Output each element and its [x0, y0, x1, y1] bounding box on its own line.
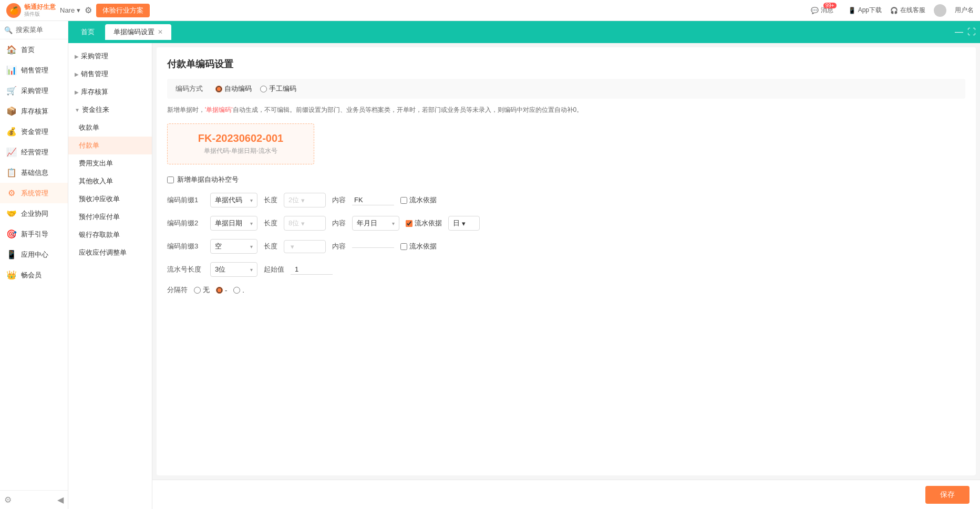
sidebar-item-label: 资金管理: [21, 127, 48, 137]
serial-length-select[interactable]: 3位 ▾: [210, 262, 257, 277]
sub-item-payment[interactable]: 付款单: [68, 137, 152, 154]
prefix1-arrow-icon: ▾: [250, 198, 253, 203]
sales-icon: 📊: [6, 65, 17, 75]
prefix1-serial-checkbox[interactable]: 流水依据: [400, 195, 437, 205]
tab-bar-controls: — ⛶: [955, 27, 976, 37]
tab-close-icon[interactable]: ✕: [158, 28, 163, 36]
sidebar-item-basic-info[interactable]: 📋 基础信息: [0, 162, 68, 183]
tab-home[interactable]: 首页: [73, 24, 103, 40]
separator-dash-option[interactable]: -: [216, 286, 227, 294]
group-finance[interactable]: ▼ 资金往来: [68, 101, 152, 119]
prefix1-row: 编码前缀1 单据代码 ▾ 长度 2位 ▾ 内容 FK: [167, 193, 965, 207]
group-purchase[interactable]: ▶ 采购管理: [68, 47, 152, 65]
app-download-button[interactable]: 📱 App下载: [848, 6, 882, 15]
separator-none-radio[interactable]: [194, 287, 201, 294]
collapse-icon[interactable]: ◀: [57, 495, 64, 505]
prefix3-serial-checkbox[interactable]: 流水依据: [400, 242, 437, 251]
sidebar-item-apps[interactable]: 📱 应用中心: [0, 244, 68, 265]
avatar[interactable]: [934, 4, 946, 17]
brand-icon: 🍊: [6, 3, 21, 18]
group-sales[interactable]: ▶ 销售管理: [68, 65, 152, 83]
maximize-icon[interactable]: ⛶: [967, 27, 976, 37]
headset-icon: 🎧: [890, 7, 898, 14]
auto-encode-option[interactable]: 自动编码: [215, 84, 252, 94]
sub-item-receipt-label: 收款单: [79, 123, 99, 131]
sub-item-adjust[interactable]: 应收应付调整单: [68, 244, 152, 262]
sidebar-item-label: 新手引导: [21, 230, 48, 239]
sub-item-expense[interactable]: 费用支出单: [68, 154, 152, 172]
sidebar-item-finance[interactable]: 💰 资金管理: [0, 121, 68, 142]
manual-encode-radio[interactable]: [260, 86, 267, 92]
manual-encode-label: 手工编码: [269, 84, 296, 94]
prefix2-serial-checkbox[interactable]: 流水依据: [406, 219, 442, 228]
sidebar-item-enterprise[interactable]: 🤝 企业协同: [0, 203, 68, 224]
username: 用户名: [955, 6, 974, 15]
manual-encode-option[interactable]: 手工编码: [260, 84, 296, 94]
prefix1-length-select[interactable]: 2位 ▾: [284, 193, 326, 207]
sidebar-item-sales[interactable]: 📊 销售管理: [0, 60, 68, 80]
prefix3-serial-label: 流水依据: [409, 242, 437, 251]
arrow-right-icon: ▶: [75, 54, 79, 59]
prefix2-label: 编码前缀2: [167, 219, 204, 228]
prefix1-serial-input[interactable]: [400, 197, 407, 204]
sidebar-item-member[interactable]: 👑 畅会员: [0, 265, 68, 285]
sub-item-prepay-rec[interactable]: 预收冲应收单: [68, 190, 152, 208]
save-button[interactable]: 保存: [925, 486, 969, 504]
prefix2-length-select[interactable]: 8位 ▾: [284, 216, 326, 231]
system-icon: ⚙: [6, 188, 17, 198]
prefix1-length-arrow-icon: ▾: [301, 196, 305, 204]
prefix3-serial-input[interactable]: [400, 243, 407, 250]
sidebar-item-operations[interactable]: 📈 经营管理: [0, 142, 68, 162]
prefix2-select[interactable]: 单据日期 ▾: [210, 216, 257, 231]
home-icon: 🏠: [6, 45, 17, 55]
sub-item-prepay-pay[interactable]: 预付冲应付单: [68, 208, 152, 226]
separator-none-option[interactable]: 无: [194, 285, 210, 295]
separator-dash-radio[interactable]: [216, 287, 223, 294]
sidebar-item-home[interactable]: 🏠 首页: [0, 39, 68, 60]
brand-sub: 插件版: [24, 11, 56, 17]
sidebar-item-inventory[interactable]: 📦 库存核算: [0, 101, 68, 121]
sidebar-item-guide[interactable]: 🎯 新手引导: [0, 224, 68, 244]
prefix3-select[interactable]: 空 ▾: [210, 239, 257, 254]
auto-fill-checkbox[interactable]: [167, 176, 174, 183]
message-button[interactable]: 💬 消息 99+: [811, 6, 833, 15]
auto-fill-row: 新增单据自动补空号: [167, 175, 965, 184]
sidebar-item-purchase[interactable]: 🛒 采购管理: [0, 80, 68, 101]
sub-item-receipt[interactable]: 收款单: [68, 119, 152, 137]
settings-icon[interactable]: ⚙: [85, 5, 92, 15]
sub-item-other-income[interactable]: 其他收入单: [68, 172, 152, 190]
operations-icon: 📈: [6, 147, 17, 157]
minimize-icon[interactable]: —: [955, 27, 963, 37]
separator-row: 分隔符 无 - .: [167, 285, 965, 295]
arrow-down-icon: ▼: [75, 107, 80, 113]
auto-encode-radio[interactable]: [215, 86, 222, 92]
prefix2-day-select[interactable]: 日 ▾: [448, 216, 480, 231]
prefix1-label: 编码前缀1: [167, 195, 204, 205]
tab-encode-settings[interactable]: 单据编码设置 ✕: [105, 24, 171, 40]
sidebar-item-label: 应用中心: [21, 250, 48, 259]
sub-item-adjust-label: 应收应付调整单: [79, 248, 127, 256]
prefix2-serial-input[interactable]: [406, 220, 412, 227]
sidebar-item-system[interactable]: ⚙ 系统管理: [0, 183, 68, 203]
prefix2-arrow-icon: ▾: [250, 221, 253, 226]
sub-item-bank[interactable]: 银行存取款单: [68, 226, 152, 244]
prefix2-content-select[interactable]: 年月日 ▾: [352, 216, 399, 231]
online-service-button[interactable]: 🎧 在线客服: [890, 6, 925, 15]
trial-button[interactable]: 体验行业方案: [96, 4, 150, 17]
main-panel: 付款单编码设置 编码方式 自动编码 手工编码: [152, 43, 980, 509]
start-value-input[interactable]: 1: [291, 264, 333, 275]
settings-bottom-icon[interactable]: ⚙: [4, 495, 12, 505]
company-dropdown[interactable]: Nare ▾: [60, 6, 80, 14]
prefix1-select[interactable]: 单据代码 ▾: [210, 193, 257, 207]
top-bar-left: 🍊 畅通好生意 插件版 Nare ▾ ⚙ 体验行业方案: [6, 3, 150, 18]
separator-dot-option[interactable]: .: [233, 286, 244, 294]
sub-item-payment-label: 付款单: [79, 141, 99, 149]
separator-dot-radio[interactable]: [233, 287, 240, 294]
sidebar-item-label: 企业协同: [21, 209, 48, 219]
sidebar-search[interactable]: 🔍 搜索菜单: [0, 21, 68, 39]
sidebar-item-label: 首页: [21, 45, 35, 55]
secondary-sidebar: ▶ 采购管理 ▶ 销售管理 ▶ 库存核算 ▼ 资金往来 收款单: [68, 43, 152, 509]
prefix3-length-select[interactable]: ▾: [284, 240, 326, 253]
group-inventory[interactable]: ▶ 库存核算: [68, 83, 152, 101]
sidebar-item-label: 经营管理: [21, 148, 48, 157]
